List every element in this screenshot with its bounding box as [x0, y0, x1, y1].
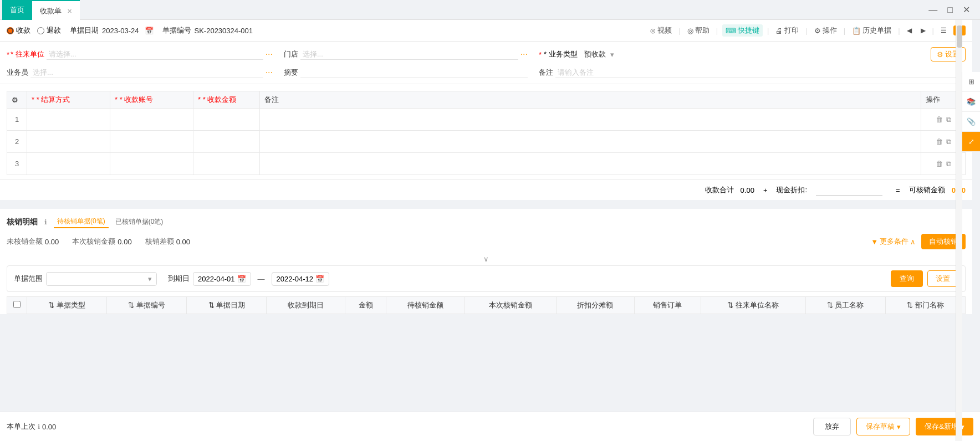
save-new-button[interactable]: 保存&新增 ▾: [916, 418, 973, 435]
info-icon: ℹ: [38, 423, 40, 430]
date-to-picker[interactable]: 2022-04-12 📅: [272, 272, 330, 286]
shortcut-icon: ⌨: [726, 27, 736, 35]
prev-btn[interactable]: ◀: [905, 25, 914, 35]
due-date-filter: 到期日 2022-04-01 📅 — 2022-04-12 📅: [168, 272, 329, 286]
number-col: ⇅ 单据编号: [107, 297, 187, 314]
this-amount-col: 本次核销金额: [465, 297, 556, 314]
table-row: 2 🗑 ⧉: [7, 131, 966, 153]
shortcut-btn[interactable]: ⌨ 快捷键: [722, 24, 763, 37]
business-type-chevron[interactable]: ▾: [610, 50, 614, 59]
counterpart-col: ⇅ 往来单位名称: [701, 297, 805, 314]
last-value: 0.00: [42, 423, 56, 431]
note-cell-1[interactable]: [260, 109, 921, 131]
help-btn[interactable]: ◎ 帮助: [685, 24, 712, 37]
copy-row-3-icon[interactable]: ⧉: [946, 160, 951, 168]
copy-row-1-icon[interactable]: ⧉: [946, 115, 951, 124]
counterpart-more-icon[interactable]: ···: [266, 49, 273, 59]
tab-close-icon[interactable]: ✕: [67, 8, 72, 14]
sales-order-col: 销售订单: [635, 297, 701, 314]
account-col: * * 收款账号: [110, 91, 193, 109]
gear-icon[interactable]: ⚙: [12, 96, 18, 104]
range-select[interactable]: ▾: [46, 272, 157, 286]
date-from-picker[interactable]: 2022-04-01 📅: [193, 272, 251, 286]
right-table-icon[interactable]: ⊞: [962, 72, 980, 92]
history-icon: 📋: [852, 27, 861, 35]
refund-radio[interactable]: 退款: [37, 25, 61, 35]
date-value: 2023-03-24: [102, 27, 139, 35]
copy-row-2-icon[interactable]: ⧉: [946, 137, 951, 146]
store-more-icon[interactable]: ···: [520, 49, 528, 59]
pending-tab[interactable]: 待核销单据(0笔): [54, 216, 109, 228]
window-maximize[interactable]: □: [944, 4, 956, 16]
right-attach-icon[interactable]: 📎: [962, 112, 980, 132]
save-draft-button[interactable]: 保存草稿 ▾: [856, 418, 910, 435]
footer: 本单上次 ℹ 0.00 放弃 保存草稿 ▾ 保存&新增 ▾: [0, 412, 980, 441]
operation-btn[interactable]: ⚙ 操作: [812, 24, 839, 37]
discount-input[interactable]: [816, 184, 882, 196]
summary-row: 收款合计 0.00 + 现金折扣: = 可核销金额 0.00: [0, 180, 972, 200]
amount-cell-3[interactable]: [193, 153, 260, 175]
receipt-type-group: 收款 退款: [7, 25, 61, 35]
account-cell-2[interactable]: [110, 131, 193, 153]
diff-stat: 核销差额 0.00: [145, 237, 190, 247]
settlement-cell-1[interactable]: [27, 109, 110, 131]
filter-icon: ▼: [871, 238, 878, 246]
store-input[interactable]: [300, 49, 518, 60]
date-from-icon[interactable]: 📅: [237, 275, 246, 283]
settlement-cell-2[interactable]: [27, 131, 110, 153]
more-conditions-btn[interactable]: ▼ 更多条件 ∧: [871, 237, 916, 247]
business-type-value: 预收款: [584, 49, 606, 59]
right-book-icon[interactable]: 📚: [962, 92, 980, 112]
salesperson-input[interactable]: [30, 67, 263, 78]
tab-home[interactable]: 首页: [2, 0, 32, 20]
delete-row-1-icon[interactable]: 🗑: [936, 115, 943, 124]
date-to-icon[interactable]: 📅: [315, 275, 324, 283]
checkbox-col[interactable]: [7, 297, 27, 314]
help-icon: ◎: [687, 27, 693, 35]
calendar-icon[interactable]: 📅: [145, 27, 154, 35]
video-btn[interactable]: ◎ 视频: [648, 24, 674, 37]
table-settings-col[interactable]: ⚙: [7, 91, 27, 109]
table-row: 1 🗑 ⧉: [7, 109, 966, 131]
select-all-checkbox[interactable]: [13, 301, 21, 308]
account-cell-3[interactable]: [110, 153, 193, 175]
range-select-arrow: ▾: [148, 275, 152, 283]
this-reconcile-stat: 本次核销金额 0.00: [72, 237, 131, 247]
employee-col: ⇅ 员工名称: [805, 297, 885, 314]
window-minimize[interactable]: —: [925, 4, 941, 16]
expand-filter-icon[interactable]: ∨: [483, 255, 489, 263]
salesperson-more-icon[interactable]: ···: [266, 68, 273, 78]
account-cell-1[interactable]: [110, 109, 193, 131]
summary-input[interactable]: [300, 67, 528, 78]
receipt-radio[interactable]: 收款: [7, 25, 30, 35]
settlement-cell-3[interactable]: [27, 153, 110, 175]
delete-row-3-icon[interactable]: 🗑: [936, 160, 943, 168]
note-cell-2[interactable]: [260, 131, 921, 153]
delete-row-2-icon[interactable]: 🗑: [936, 137, 943, 146]
reconcile-info-icon: ℹ: [44, 218, 47, 226]
tab-receipt[interactable]: 收款单 ✕: [32, 0, 80, 20]
unreconciled-stat: 未核销金额 0.00: [7, 237, 59, 247]
amount-col: * * 收款金额: [193, 91, 260, 109]
amount-cell-2[interactable]: [193, 131, 260, 153]
menu-btn[interactable]: ☰: [938, 25, 949, 35]
right-expand-icon[interactable]: ⤢: [962, 132, 980, 152]
discard-button[interactable]: 放弃: [813, 418, 851, 435]
amount-cell-1[interactable]: [193, 109, 260, 131]
total-label: 收款合计: [705, 185, 734, 195]
next-btn[interactable]: ▶: [918, 25, 928, 35]
discount-label: 现金折扣:: [776, 185, 807, 195]
print-btn[interactable]: 🖨 打印: [773, 24, 801, 37]
done-tab[interactable]: 已核销单据(0笔): [115, 217, 164, 227]
note-cell-3[interactable]: [260, 153, 921, 175]
draft-chevron-icon: ▾: [897, 423, 901, 431]
window-close[interactable]: ✕: [959, 3, 973, 16]
history-btn[interactable]: 📋 历史单据: [850, 24, 894, 37]
table-row: 3 🗑 ⧉: [7, 153, 966, 175]
note-input[interactable]: [555, 67, 966, 78]
query-button[interactable]: 查询: [891, 270, 923, 287]
filter-settings-button[interactable]: 设置: [927, 270, 958, 287]
print-icon: 🖨: [775, 27, 783, 35]
counterpart-input[interactable]: [47, 49, 263, 60]
net-label: 可核销金额: [909, 185, 945, 195]
